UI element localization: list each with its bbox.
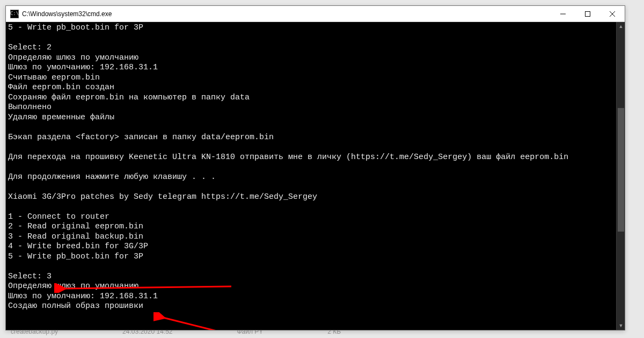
window-title: C:\Windows\system32\cmd.exe — [22, 10, 551, 18]
console-area: 5 - Write pb_boot.bin for 3P Select: 2 О… — [6, 22, 625, 330]
cmd-window: C:\ C:\Windows\system32\cmd.exe 5 - Writ… — [5, 5, 625, 330]
scroll-down-arrow[interactable]: ▼ — [617, 321, 625, 330]
maximize-button[interactable] — [575, 6, 600, 22]
vertical-scrollbar[interactable]: ▲ ▼ — [616, 22, 625, 330]
scroll-thumb[interactable] — [618, 108, 624, 232]
minimize-button[interactable] — [551, 6, 575, 22]
cmd-icon: C:\ — [10, 10, 19, 18]
svg-rect-1 — [586, 11, 590, 16]
close-button[interactable] — [600, 6, 625, 22]
titlebar[interactable]: C:\ C:\Windows\system32\cmd.exe — [6, 6, 625, 22]
console-output[interactable]: 5 - Write pb_boot.bin for 3P Select: 2 О… — [6, 22, 616, 330]
scroll-up-arrow[interactable]: ▲ — [617, 22, 625, 31]
